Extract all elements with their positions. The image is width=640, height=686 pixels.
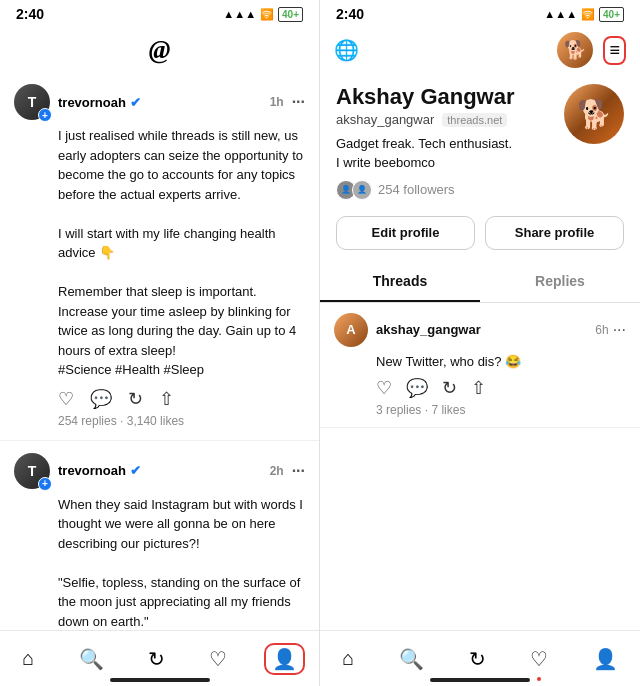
left-app-header: @ xyxy=(0,28,319,72)
profile-info: Akshay Gangwar akshay_gangwar threads.ne… xyxy=(336,84,564,200)
right-nav-home[interactable]: ⌂ xyxy=(334,643,362,674)
post-1-comment-icon[interactable]: 💬 xyxy=(90,388,112,410)
right-home-icon: ⌂ xyxy=(342,647,354,670)
right-nav-profile[interactable]: 👤 xyxy=(585,643,626,675)
left-status-icons: ▲▲▲ 🛜 40+ xyxy=(223,7,303,22)
post-1-stats: 254 replies · 3,140 likes xyxy=(14,414,305,428)
profile-post-actions: ♡ 💬 ↻ ⇧ xyxy=(334,377,626,399)
profile-post-repost-icon[interactable]: ↻ xyxy=(442,377,457,399)
right-activity-icon: ↻ xyxy=(469,647,486,671)
post-2-verified-icon: ✔ xyxy=(130,463,141,478)
home-icon: ⌂ xyxy=(22,647,34,670)
post-1-share-icon[interactable]: ⇧ xyxy=(159,388,174,410)
post-1-author-row: trevornoah ✔ 1h ··· xyxy=(58,93,305,111)
post-1-replies: 254 replies xyxy=(58,414,117,428)
menu-button[interactable]: ≡ xyxy=(603,36,626,65)
post-1-likes: 3,140 likes xyxy=(127,414,184,428)
post-1: T + trevornoah ✔ 1h ··· I just realised … xyxy=(0,72,319,441)
left-nav-likes[interactable]: ♡ xyxy=(201,643,235,675)
left-time: 2:40 xyxy=(16,6,44,22)
home-indicator-right xyxy=(430,678,530,682)
right-wifi-icon: 🛜 xyxy=(581,8,595,21)
post-2-author-row: trevornoah ✔ 2h ··· xyxy=(58,462,305,480)
right-search-icon: 🔍 xyxy=(399,647,424,671)
profile-post-stats: 3 replies · 7 likes xyxy=(334,403,626,417)
follower-avatar-2: 👤 xyxy=(352,180,372,200)
left-bottom-nav: ⌂ 🔍 ↻ ♡ 👤 xyxy=(0,630,319,686)
post-2-more[interactable]: ··· xyxy=(288,462,305,480)
profile-post-like-icon[interactable]: ♡ xyxy=(376,377,392,399)
post-1-verified-icon: ✔ xyxy=(130,95,141,110)
left-nav-activity[interactable]: ↻ xyxy=(140,643,173,675)
right-app-header: 🌐 🐕 ≡ xyxy=(320,28,640,72)
post-1-actions: ♡ 💬 ↻ ⇧ xyxy=(14,388,305,410)
left-feed[interactable]: T + trevornoah ✔ 1h ··· I just realised … xyxy=(0,72,319,630)
profile-post-more[interactable]: ··· xyxy=(613,321,626,339)
threads-badge: threads.net xyxy=(442,113,507,127)
threads-logo: @ xyxy=(149,35,171,65)
profile-buttons: Edit profile Share profile xyxy=(320,208,640,258)
tab-replies[interactable]: Replies xyxy=(480,262,640,302)
likes-icon: ♡ xyxy=(209,647,227,671)
post-1-author: trevornoah xyxy=(58,95,126,110)
post-1-repost-icon[interactable]: ↻ xyxy=(128,388,143,410)
profile-post-avatar: A xyxy=(334,313,368,347)
menu-icon: ≡ xyxy=(609,40,620,60)
activity-icon: ↻ xyxy=(148,647,165,671)
post-1-time: 1h xyxy=(270,95,284,109)
left-panel: 2:40 ▲▲▲ 🛜 40+ @ T + trevornoah xyxy=(0,0,320,686)
left-nav-search[interactable]: 🔍 xyxy=(71,643,112,675)
post-1-header: T + trevornoah ✔ 1h ··· xyxy=(14,84,305,120)
right-status-bar: 2:40 ▲▲▲ 🛜 40+ xyxy=(320,0,640,28)
search-icon: 🔍 xyxy=(79,647,104,671)
post-1-follow-badge[interactable]: + xyxy=(38,108,52,122)
profile-bio: Gadget freak. Tech enthusiast.I write be… xyxy=(336,135,564,171)
profile-post-author: akshay_gangwar xyxy=(376,322,481,337)
post-2-follow-badge[interactable]: + xyxy=(38,477,52,491)
profile-avatar: 🐕 xyxy=(564,84,624,144)
followers-count: 254 followers xyxy=(378,182,455,197)
profile-followers-row: 👤 👤 254 followers xyxy=(336,180,564,200)
profile-tabs: Threads Replies xyxy=(320,262,640,303)
profile-post-content: New Twitter, who dis? 😂 xyxy=(334,353,626,371)
profile-post-share-icon[interactable]: ⇧ xyxy=(471,377,486,399)
post-1-more[interactable]: ··· xyxy=(288,93,305,111)
right-nav-activity[interactable]: ↻ xyxy=(461,643,494,675)
post-1-content: I just realised while threads is still n… xyxy=(14,126,305,380)
right-profile-icon: 👤 xyxy=(593,647,618,671)
right-header-avatar[interactable]: 🐕 xyxy=(557,32,593,68)
profile-header: Akshay Gangwar akshay_gangwar threads.ne… xyxy=(320,72,640,208)
profile-post-replies: 3 replies xyxy=(376,403,421,417)
profile-post-comment-icon[interactable]: 💬 xyxy=(406,377,428,399)
right-panel: 2:40 ▲▲▲ 🛜 40+ 🌐 🐕 ≡ Akshay Gangwar aksh… xyxy=(320,0,640,686)
edit-profile-button[interactable]: Edit profile xyxy=(336,216,475,250)
right-nav-search[interactable]: 🔍 xyxy=(391,643,432,675)
left-status-bar: 2:40 ▲▲▲ 🛜 40+ xyxy=(0,0,319,28)
profile-username-row: akshay_gangwar threads.net xyxy=(336,112,564,127)
right-bottom-nav: ⌂ 🔍 ↻ ♡ 👤 xyxy=(320,630,640,686)
post-1-like-icon[interactable]: ♡ xyxy=(58,388,74,410)
post-1-avatar-wrap: T + xyxy=(14,84,50,120)
post-2: T + trevornoah ✔ 2h ··· When they said I… xyxy=(0,441,319,631)
profile-post-header: A akshay_gangwar 6h ··· xyxy=(334,313,626,347)
left-nav-home[interactable]: ⌂ xyxy=(14,643,42,674)
tab-threads[interactable]: Threads xyxy=(320,262,480,302)
post-1-meta: trevornoah ✔ 1h ··· xyxy=(58,93,305,111)
profile-icon: 👤 xyxy=(272,647,297,671)
profile-name: Akshay Gangwar xyxy=(336,84,564,110)
profile-post: A akshay_gangwar 6h ··· New Twitter, who… xyxy=(320,303,640,428)
likes-dot xyxy=(537,677,541,681)
right-status-icons: ▲▲▲ 🛜 40+ xyxy=(544,7,624,22)
globe-icon[interactable]: 🌐 xyxy=(334,38,359,62)
profile-post-likes: 7 likes xyxy=(431,403,465,417)
post-2-avatar-wrap: T + xyxy=(14,453,50,489)
left-nav-profile[interactable]: 👤 xyxy=(264,643,305,675)
post-2-header: T + trevornoah ✔ 2h ··· xyxy=(14,453,305,489)
right-nav-likes[interactable]: ♡ xyxy=(522,643,556,675)
share-profile-button[interactable]: Share profile xyxy=(485,216,624,250)
right-header-actions: 🐕 ≡ xyxy=(557,32,626,68)
post-2-author: trevornoah xyxy=(58,463,126,478)
profile-post-time: 6h xyxy=(595,323,608,337)
right-time: 2:40 xyxy=(336,6,364,22)
post-2-content: When they said Instagram but with words … xyxy=(14,495,305,631)
